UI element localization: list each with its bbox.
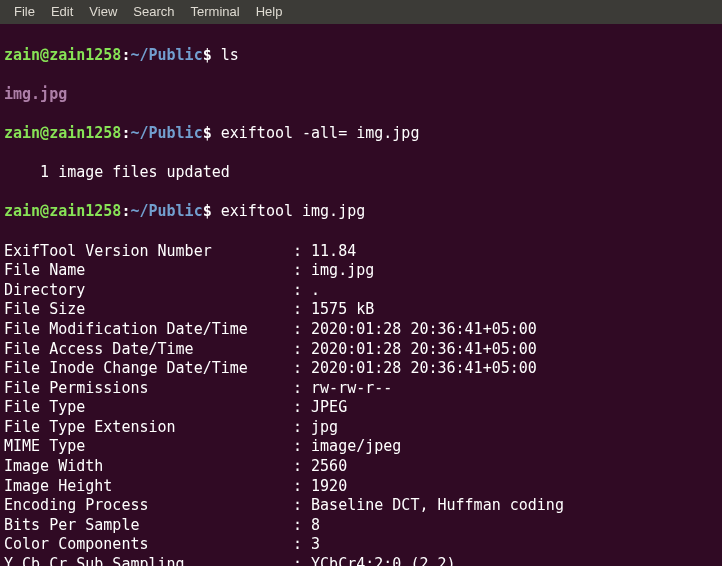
exif-row: File Type : JPEG — [4, 398, 718, 418]
exif-row: File Modification Date/Time : 2020:01:28… — [4, 320, 718, 340]
menu-edit[interactable]: Edit — [43, 2, 81, 22]
output-line: img.jpg — [4, 85, 718, 105]
file-img: img.jpg — [4, 85, 67, 103]
command-ls: ls — [212, 46, 239, 64]
menu-help[interactable]: Help — [248, 2, 291, 22]
prompt-line: zain@zain1258:~/Public$ exiftool img.jpg — [4, 202, 718, 222]
exif-row: MIME Type : image/jpeg — [4, 437, 718, 457]
exif-row: File Size : 1575 kB — [4, 300, 718, 320]
exif-row: File Permissions : rw-rw-r-- — [4, 379, 718, 399]
prompt-user: zain@zain1258 — [4, 124, 121, 142]
prompt-line: zain@zain1258:~/Public$ ls — [4, 46, 718, 66]
menu-search[interactable]: Search — [125, 2, 182, 22]
exif-row: ExifTool Version Number : 11.84 — [4, 242, 718, 262]
exif-row: Image Width : 2560 — [4, 457, 718, 477]
exif-row: File Access Date/Time : 2020:01:28 20:36… — [4, 340, 718, 360]
exif-row: Encoding Process : Baseline DCT, Huffman… — [4, 496, 718, 516]
exif-row: Y Cb Cr Sub Sampling : YCbCr4:2:0 (2 2) — [4, 555, 718, 566]
exif-row: Color Components : 3 — [4, 535, 718, 555]
menu-terminal[interactable]: Terminal — [183, 2, 248, 22]
exif-row: Bits Per Sample : 8 — [4, 516, 718, 536]
prompt-path: ~/Public — [130, 124, 202, 142]
exif-row: File Type Extension : jpg — [4, 418, 718, 438]
terminal-area[interactable]: zain@zain1258:~/Public$ ls img.jpg zain@… — [0, 24, 722, 566]
prompt-path: ~/Public — [130, 46, 202, 64]
prompt-user: zain@zain1258 — [4, 202, 121, 220]
prompt-dollar: $ — [203, 46, 212, 64]
prompt-user: zain@zain1258 — [4, 46, 121, 64]
exif-row: File Name : img.jpg — [4, 261, 718, 281]
output-updated: 1 image files updated — [4, 163, 718, 183]
prompt-dollar: $ — [203, 124, 212, 142]
exif-row: File Inode Change Date/Time : 2020:01:28… — [4, 359, 718, 379]
prompt-line: zain@zain1258:~/Public$ exiftool -all= i… — [4, 124, 718, 144]
prompt-path: ~/Public — [130, 202, 202, 220]
menu-file[interactable]: File — [6, 2, 43, 22]
menu-view[interactable]: View — [81, 2, 125, 22]
exif-row: Image Height : 1920 — [4, 477, 718, 497]
exif-row: Directory : . — [4, 281, 718, 301]
command-exiftool-show: exiftool img.jpg — [212, 202, 366, 220]
menu-bar: File Edit View Search Terminal Help — [0, 0, 722, 24]
command-exiftool-strip: exiftool -all= img.jpg — [212, 124, 420, 142]
prompt-dollar: $ — [203, 202, 212, 220]
